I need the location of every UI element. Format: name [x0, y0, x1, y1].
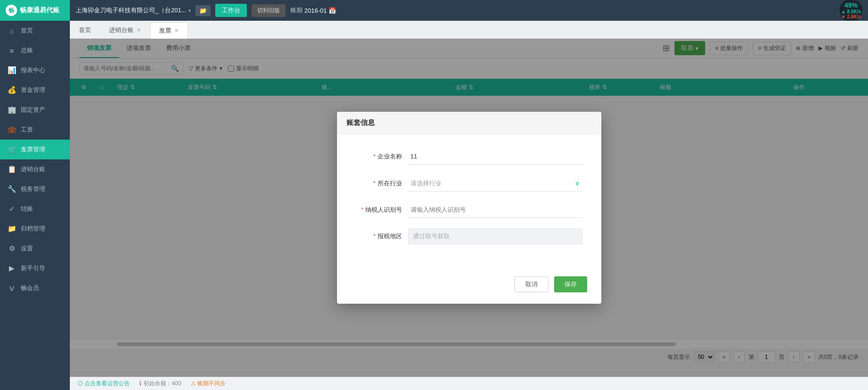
- guide-icon: ▶: [8, 264, 16, 273]
- industry-label: * 所在行业: [356, 179, 408, 188]
- main-area: 上海卯金刀电子科技有限公司_（台201... ▾ 📁 工作台 切到旧版 账期 2…: [70, 0, 868, 390]
- company-name: 上海卯金刀电子科技有限公司_（台201...: [76, 6, 186, 15]
- sidebar-label-settings: 设置: [21, 244, 33, 253]
- sidebar-label-archive: 归档管理: [21, 224, 45, 233]
- workbench-button[interactable]: 工作台: [215, 4, 247, 17]
- calendar-icon[interactable]: 📅: [329, 7, 336, 14]
- bottom-notice[interactable]: ◎ 点击查看运营公告: [77, 380, 130, 388]
- app-logo: 畅 畅康通易代账: [0, 0, 70, 21]
- tax-id-label: * 纳税人识别号: [356, 206, 408, 214]
- company-chevron: ▾: [188, 8, 191, 13]
- region-label: * 报税地区: [356, 232, 408, 241]
- sidebar: 畅 畅康通易代账 ⌂ 首页 ≡ 总账 📊 报表中心 💰 资金管理 🏢 固定资产 …: [0, 0, 70, 390]
- industry-row: * 所在行业 请选择行业 ∨: [356, 175, 582, 191]
- ledger-icon: ≡: [8, 47, 16, 55]
- company-name-input[interactable]: [408, 149, 582, 165]
- sidebar-item-finance[interactable]: 💰 资金管理: [0, 80, 70, 100]
- sidebar-item-checkout[interactable]: ✓ 结账: [0, 199, 70, 219]
- region-display: 通过税号获取: [408, 228, 582, 244]
- sidebar-item-home[interactable]: ⌂ 首页: [0, 21, 70, 41]
- bottom-bar: ◎ 点击查看运营公告 ℹ 初始余额：400 ⚠ 账期不同步: [70, 377, 868, 390]
- speed-up: ▲ 8.5K/s: [841, 9, 861, 14]
- sidebar-label-assets: 固定资产: [21, 106, 45, 114]
- checkout-icon: ✓: [8, 205, 16, 213]
- invoice-icon: 🛒: [8, 145, 16, 154]
- tax-id-row: * 纳税人识别号: [356, 202, 582, 218]
- sidebar-item-member[interactable]: V 畅会员: [0, 278, 70, 298]
- member-icon: V: [8, 284, 16, 292]
- tab-sales-ledger[interactable]: 进销台账 ✕: [100, 22, 150, 38]
- sidebar-item-ledger[interactable]: ≡ 总账: [0, 41, 70, 60]
- industry-select[interactable]: 请选择行业: [408, 175, 582, 191]
- sidebar-item-tax[interactable]: 🔧 税务管理: [0, 179, 70, 199]
- sidebar-label-ledger: 总账: [21, 46, 33, 55]
- salary-icon: 💼: [8, 125, 16, 134]
- company-selector[interactable]: 上海卯金刀电子科技有限公司_（台201... ▾: [76, 6, 191, 15]
- sidebar-item-assets[interactable]: 🏢 固定资产: [0, 100, 70, 120]
- content-area: 销项发票 进项发票 费用小票 ⊞ 取票 ▾ ≡ 批量操作 ≡: [70, 39, 868, 377]
- tab-sales-label: 进销台账: [109, 26, 134, 34]
- dialog-footer: 取消 保存: [337, 269, 601, 304]
- tax-id-input[interactable]: [408, 202, 582, 218]
- home-icon: ⌂: [8, 27, 16, 35]
- sidebar-label-guide: 新手引导: [21, 264, 45, 273]
- dialog-title: 账套信息: [337, 112, 601, 134]
- sidebar-label-tax: 税务管理: [21, 185, 45, 193]
- reports-icon: 📊: [8, 66, 16, 75]
- tab-invoice-close-icon[interactable]: ✕: [174, 27, 179, 34]
- sidebar-label-finance: 资金管理: [21, 86, 45, 94]
- company-name-label: * 企业名称: [356, 152, 408, 161]
- tab-home-label: 首页: [79, 26, 91, 34]
- sidebar-label-home: 首页: [21, 26, 33, 35]
- tax-icon: 🔧: [8, 185, 16, 193]
- cancel-button[interactable]: 取消: [514, 276, 548, 292]
- sidebar-item-guide[interactable]: ▶ 新手引导: [0, 258, 70, 278]
- tab-invoice-label: 发票: [159, 26, 171, 35]
- topbar: 上海卯金刀电子科技有限公司_（台201... ▾ 📁 工作台 切到旧版 账期 2…: [70, 0, 868, 21]
- tab-sales-close-icon[interactable]: ✕: [136, 27, 141, 33]
- bottom-balance: ℹ 初始余额：400: [139, 380, 181, 388]
- tab-invoice[interactable]: 发票 ✕: [150, 22, 188, 39]
- speed-down: ▼ 2.6K/s: [841, 14, 861, 19]
- sidebar-item-settings[interactable]: ⚙ 设置: [0, 239, 70, 258]
- bottom-period-warning: ⚠ 账期不同步: [191, 380, 226, 388]
- company-name-row: * 企业名称: [356, 149, 582, 165]
- archive-button[interactable]: 📁: [195, 5, 211, 16]
- modal-overlay[interactable]: 账套信息 * 企业名称 * 所在行业: [70, 39, 868, 377]
- region-row: * 报税地区 通过税号获取: [356, 228, 582, 244]
- industry-select-wrapper[interactable]: 请选择行业 ∨: [408, 175, 582, 191]
- save-button[interactable]: 保存: [554, 276, 587, 292]
- sidebar-item-archive[interactable]: 📁 归档管理: [0, 219, 70, 239]
- sidebar-label-invoice: 发票管理: [21, 145, 45, 154]
- tab-home[interactable]: 首页: [70, 22, 100, 38]
- app-name: 畅康通易代账: [20, 6, 59, 15]
- sidebar-item-salary[interactable]: 💼 工资: [0, 120, 70, 140]
- period-label: 账期 2016-01 📅: [290, 6, 337, 15]
- old-version-button[interactable]: 切到旧版: [252, 4, 286, 17]
- sidebar-label-salary: 工资: [21, 125, 33, 134]
- sidebar-label-member: 畅会员: [21, 284, 39, 292]
- topbar-right: 49% ▲ 8.5K/s ▼ 2.6K/s: [840, 0, 862, 22]
- sales-icon: 📋: [8, 165, 16, 174]
- dialog-body: * 企业名称 * 所在行业 请选择行业: [337, 134, 601, 269]
- finance-icon: 💰: [8, 86, 16, 94]
- logo-icon: 畅: [6, 5, 17, 16]
- archive-icon: 📁: [8, 224, 16, 233]
- settings-icon: ⚙: [8, 244, 16, 253]
- sidebar-label-sales: 进销台账: [21, 165, 45, 174]
- network-speed: 49% ▲ 8.5K/s ▼ 2.6K/s: [840, 0, 862, 22]
- sidebar-label-checkout: 结账: [21, 205, 33, 213]
- sidebar-label-reports: 报表中心: [21, 66, 45, 75]
- sidebar-item-sales[interactable]: 📋 进销台账: [0, 159, 70, 179]
- sidebar-item-reports[interactable]: 📊 报表中心: [0, 60, 70, 80]
- sidebar-item-invoice[interactable]: 🛒 发票管理: [0, 140, 70, 159]
- tabbar: 首页 进销台账 ✕ 发票 ✕: [70, 21, 868, 39]
- account-info-dialog: 账套信息 * 企业名称 * 所在行业: [337, 112, 601, 304]
- assets-icon: 🏢: [8, 106, 16, 114]
